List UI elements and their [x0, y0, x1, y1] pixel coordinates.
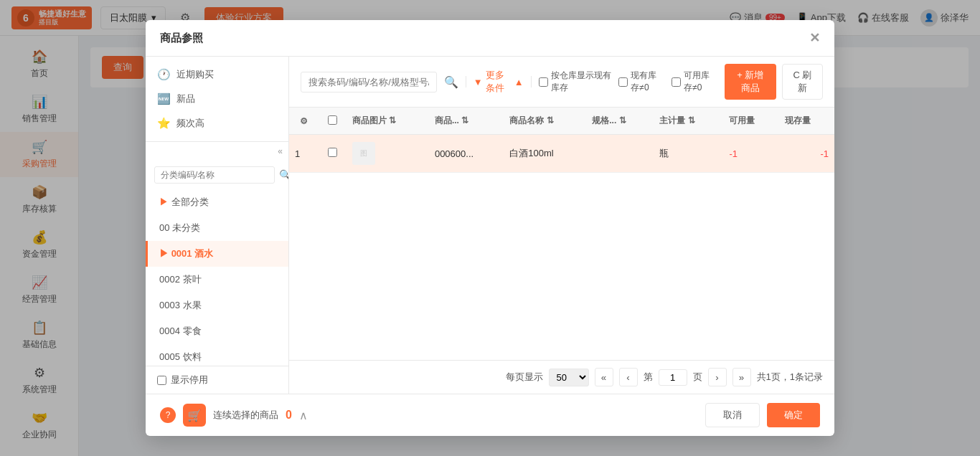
refresh-btn[interactable]: C 刷新 — [782, 64, 823, 100]
page-size-label: 每页显示 — [506, 371, 543, 384]
collapse-footer-icon[interactable]: ∧ — [299, 409, 308, 422]
first-page-btn[interactable]: « — [595, 368, 613, 386]
cell-spec — [586, 135, 654, 173]
show-disabled-row: 显示停用 — [146, 366, 288, 394]
new-icon: 🆕 — [157, 92, 171, 105]
cell-available: -1 — [723, 135, 778, 173]
checkbox-available[interactable]: 可用库存≠0 — [672, 70, 717, 94]
checkbox-stock-input[interactable] — [618, 77, 628, 87]
col-img-label: 商品图片 — [352, 115, 387, 125]
checkbox-available-input[interactable] — [672, 77, 681, 87]
category-item-tea[interactable]: 0002 茶叶 — [146, 267, 288, 293]
filter-divider2 — [531, 76, 532, 87]
category-item-uncategorized[interactable]: 00 未分类 — [146, 215, 288, 241]
category-item-snack[interactable]: 0004 零食 — [146, 318, 288, 344]
col-stock-label: 现存量 — [785, 115, 811, 125]
action-btns: + 新增商品 C 刷新 — [725, 64, 823, 100]
modal-header: 商品参照 ✕ — [146, 20, 834, 57]
quick-item-recent-label: 近期购买 — [176, 68, 214, 81]
modal-body: 🕐 近期购买 🆕 新品 ⭐ 频次高 « 🔍 — [146, 57, 834, 394]
pagination: 每页显示 50 10 20 100 « ‹ 第 页 › » 共1页，1条记录 — [289, 360, 834, 394]
category-search-row: 🔍 — [146, 161, 288, 189]
left-panel: 🕐 近期购买 🆕 新品 ⭐ 频次高 « 🔍 — [146, 57, 289, 394]
row-checkbox[interactable] — [328, 148, 337, 157]
checkbox-available-label: 可用库存≠0 — [684, 70, 717, 94]
quick-item-recent[interactable]: 🕐 近期购买 — [146, 62, 288, 87]
help-icon[interactable]: ? — [160, 407, 176, 423]
col-unit[interactable]: 主计量 ⇅ — [654, 108, 723, 135]
product-reference-modal: 商品参照 ✕ 🕐 近期购买 🆕 新品 ⭐ 频次高 — [146, 20, 834, 436]
page-input[interactable] — [659, 369, 687, 386]
cell-checkbox[interactable] — [318, 135, 347, 173]
star-icon: ⭐ — [157, 117, 171, 130]
checkbox-warehouse-label: 按仓库显示现有库存 — [551, 70, 612, 94]
collapse-btn[interactable]: « — [146, 142, 288, 161]
page-size-select[interactable]: 50 10 20 100 — [549, 369, 589, 386]
col-name-label: 商品名称 — [509, 115, 544, 125]
checkbox-stock[interactable]: 现有库存≠0 — [618, 70, 664, 94]
footer-btns: 取消 确定 — [705, 403, 820, 427]
col-settings[interactable]: ⚙ — [289, 108, 318, 135]
filter-btn[interactable]: ▼ 更多条件 ▲ — [473, 69, 524, 95]
col-code-label: 商品... — [435, 115, 459, 125]
cell-unit: 瓶 — [654, 135, 723, 173]
select-all-checkbox[interactable] — [328, 115, 337, 125]
checkbox-warehouse-input[interactable] — [539, 77, 548, 87]
col-img[interactable]: 商品图片 ⇅ — [347, 108, 429, 135]
category-item-fruit[interactable]: 0003 水果 — [146, 293, 288, 318]
modal-title: 商品参照 — [160, 32, 203, 45]
quick-item-new[interactable]: 🆕 新品 — [146, 87, 288, 111]
col-available: 可用量 — [723, 108, 778, 135]
col-stock: 现存量 — [779, 108, 834, 135]
filter-arrow-icon: ▲ — [514, 77, 524, 87]
category-item-drinks[interactable]: 0005 饮料 — [146, 344, 288, 366]
product-img: 图 — [352, 142, 375, 165]
col-spec-label: 规格... — [592, 115, 616, 125]
product-search-icon[interactable]: 🔍 — [444, 75, 458, 89]
quick-item-new-label: 新品 — [176, 92, 195, 105]
page-label: 第 — [644, 371, 653, 384]
cancel-btn[interactable]: 取消 — [705, 403, 760, 427]
next-page-btn[interactable]: › — [708, 368, 727, 386]
product-search-input[interactable] — [301, 72, 437, 92]
filter-icon: ▼ — [473, 77, 483, 87]
cell-seq: 1 — [289, 135, 318, 173]
col-spec[interactable]: 规格... ⇅ — [586, 108, 654, 135]
add-product-btn[interactable]: + 新增商品 — [725, 64, 776, 100]
cell-stock: -1 — [779, 135, 834, 173]
confirm-btn[interactable]: 确定 — [767, 403, 820, 427]
col-code[interactable]: 商品... ⇅ — [429, 108, 504, 135]
clock-icon: 🕐 — [157, 68, 171, 81]
total-info: 共1页，1条记录 — [757, 371, 823, 384]
right-panel: 🔍 ▼ 更多条件 ▲ 按仓库显示现有库存 现有库存≠0 — [289, 57, 834, 394]
cell-code: 000600... — [429, 135, 504, 173]
quick-item-frequent-label: 频次高 — [176, 117, 204, 130]
category-item-all[interactable]: 全部分类 — [146, 189, 288, 215]
category-search-input[interactable] — [154, 166, 275, 184]
quick-item-frequent[interactable]: ⭐ 频次高 — [146, 111, 288, 136]
col-unit-label: 主计量 — [659, 115, 685, 125]
checkbox-warehouse[interactable]: 按仓库显示现有库存 — [539, 70, 612, 94]
col-checkbox — [318, 108, 347, 135]
product-table: ⚙ 商品图片 ⇅ 商品... ⇅ 商品名称 ⇅ 规格... ⇅ 主计量 ⇅ 可用… — [289, 108, 834, 173]
cell-name: 白酒100ml — [504, 135, 586, 173]
filter-label: 更多条件 — [486, 69, 512, 95]
last-page-btn[interactable]: » — [732, 368, 751, 386]
collapse-icon: « — [278, 146, 283, 156]
show-disabled-checkbox[interactable] — [157, 376, 166, 385]
cell-img: 图 — [347, 135, 429, 173]
checkbox-stock-label: 现有库存≠0 — [631, 70, 664, 94]
table-row[interactable]: 1 图 000600... 白酒100ml 瓶 -1 -1 — [289, 135, 834, 173]
quick-items: 🕐 近期购买 🆕 新品 ⭐ 频次高 — [146, 57, 288, 142]
col-name[interactable]: 商品名称 ⇅ — [504, 108, 586, 135]
category-list: 全部分类 00 未分类 0001 酒水 0002 茶叶 0003 水果 0004… — [146, 189, 288, 366]
modal-close-btn[interactable]: ✕ — [809, 30, 820, 46]
selected-label: 连续选择的商品 — [213, 409, 278, 422]
show-disabled-label: 显示停用 — [171, 374, 208, 386]
table-container: ⚙ 商品图片 ⇅ 商品... ⇅ 商品名称 ⇅ 规格... ⇅ 主计量 ⇅ 可用… — [289, 108, 834, 360]
selected-count: 0 — [286, 409, 292, 422]
category-search-btn[interactable]: 🔍 — [279, 169, 289, 181]
cart-icon[interactable]: 🛒 — [183, 404, 206, 427]
category-item-alcohol[interactable]: 0001 酒水 — [146, 241, 288, 267]
prev-page-btn[interactable]: ‹ — [619, 368, 638, 386]
